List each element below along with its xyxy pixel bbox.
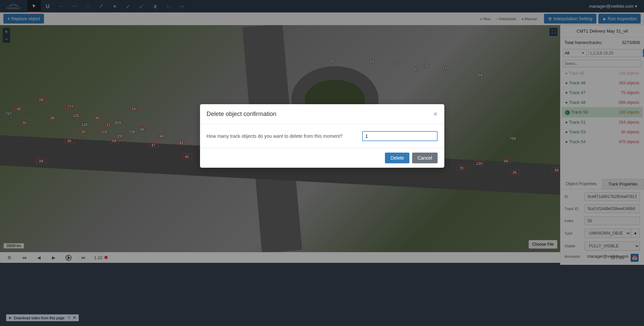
modal-count-input[interactable] <box>362 131 438 141</box>
modal-overlay[interactable]: Delete object confirmation × How many tr… <box>0 0 644 326</box>
delete-confirmation-modal: Delete object confirmation × How many tr… <box>200 104 444 168</box>
modal-cancel-button[interactable]: Cancel <box>412 153 438 163</box>
modal-close-button[interactable]: × <box>434 110 438 118</box>
modal-question: How many track objects do you want to de… <box>207 133 343 139</box>
modal-delete-button[interactable]: Delete <box>385 153 409 163</box>
modal-title: Delete object confirmation <box>207 111 277 118</box>
